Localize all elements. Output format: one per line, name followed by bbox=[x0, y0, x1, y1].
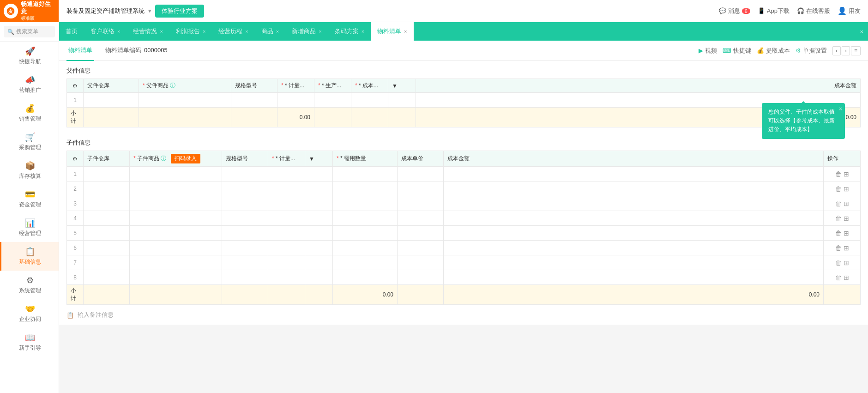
delete-row-button[interactable]: 🗑 bbox=[835, 170, 842, 178]
child-th-settings[interactable]: ⚙ bbox=[67, 151, 84, 167]
tab-newproduct[interactable]: 新增商品 × bbox=[285, 22, 328, 41]
child-row-qty[interactable] bbox=[333, 196, 398, 211]
copy-row-button[interactable]: ⊞ bbox=[844, 215, 849, 222]
delete-row-button[interactable]: 🗑 bbox=[835, 200, 842, 207]
next-page-button[interactable]: › bbox=[842, 46, 850, 55]
parent-th-extra[interactable]: ▼ bbox=[388, 79, 416, 93]
settings-action[interactable]: ⚙ 单据设置 bbox=[796, 47, 827, 55]
shortcut-action[interactable]: ⌨ 快捷键 bbox=[723, 47, 751, 55]
parent-row-spec[interactable] bbox=[231, 93, 277, 108]
child-row-price[interactable] bbox=[398, 181, 444, 196]
child-row-warehouse[interactable] bbox=[84, 181, 130, 196]
sidebar-item-guide[interactable]: 📖 新手引导 bbox=[0, 328, 59, 357]
sidebar-item-inventory[interactable]: 📦 库存核算 bbox=[0, 156, 59, 185]
child-row-spec[interactable] bbox=[222, 196, 268, 211]
child-row-qty[interactable] bbox=[333, 255, 398, 270]
close-all-tabs-button[interactable]: × bbox=[855, 22, 868, 41]
child-row-product[interactable] bbox=[130, 211, 222, 226]
child-row-price[interactable] bbox=[398, 196, 444, 211]
user-button[interactable]: 👤 用友 bbox=[838, 6, 861, 15]
child-row-warehouse[interactable] bbox=[84, 226, 130, 241]
copy-row-button[interactable]: ⊞ bbox=[844, 170, 849, 178]
child-row-unit[interactable] bbox=[268, 167, 305, 181]
sidebar-item-cooperation[interactable]: 🤝 企业协同 bbox=[0, 299, 59, 328]
video-action[interactable]: ▶ 视频 bbox=[699, 47, 717, 55]
child-row-warehouse[interactable] bbox=[84, 270, 130, 285]
child-row-qty[interactable] bbox=[333, 167, 398, 181]
tab-home[interactable]: 首页 bbox=[59, 22, 84, 41]
tab-profit[interactable]: 利润报告 × bbox=[169, 22, 212, 41]
sidebar-item-system[interactable]: ⚙ 系统管理 bbox=[0, 271, 59, 299]
cost-action[interactable]: 💰 提取成本 bbox=[757, 47, 790, 55]
child-row-price[interactable] bbox=[398, 226, 444, 241]
delete-row-button[interactable]: 🗑 bbox=[835, 215, 842, 222]
sidebar-item-purchase[interactable]: 🛒 采购管理 bbox=[0, 127, 59, 156]
copy-row-button[interactable]: ⊞ bbox=[844, 259, 849, 266]
child-row-warehouse[interactable] bbox=[84, 211, 130, 226]
child-row-warehouse[interactable] bbox=[84, 255, 130, 270]
child-row-price[interactable] bbox=[398, 255, 444, 270]
tab-customer[interactable]: 客户联络 × bbox=[84, 22, 127, 41]
child-row-warehouse[interactable] bbox=[84, 241, 130, 255]
child-row-spec[interactable] bbox=[222, 181, 268, 196]
child-row-unit[interactable] bbox=[268, 255, 305, 270]
subtab-bomcode[interactable]: 物料清单编码 0000005 bbox=[103, 41, 169, 61]
delete-row-button[interactable]: 🗑 bbox=[835, 259, 842, 266]
child-row-spec[interactable] bbox=[222, 167, 268, 181]
child-row-unit[interactable] bbox=[268, 226, 305, 241]
child-row-qty[interactable] bbox=[333, 270, 398, 285]
child-row-spec[interactable] bbox=[222, 241, 268, 255]
child-row-warehouse[interactable] bbox=[84, 167, 130, 181]
child-row-spec[interactable] bbox=[222, 211, 268, 226]
child-row-unit[interactable] bbox=[268, 211, 305, 226]
subtab-bomlist[interactable]: 物料清单 bbox=[66, 41, 94, 61]
message-button[interactable]: 💬 消息 6 bbox=[719, 7, 750, 15]
tab-bizhistory-close-icon[interactable]: × bbox=[245, 29, 248, 34]
tab-product[interactable]: 商品 × bbox=[255, 22, 285, 41]
child-row-product[interactable] bbox=[130, 196, 222, 211]
delete-row-button[interactable]: 🗑 bbox=[835, 244, 842, 252]
child-row-unit[interactable] bbox=[268, 196, 305, 211]
prev-page-button[interactable]: ‹ bbox=[832, 46, 841, 55]
child-row-product[interactable] bbox=[130, 241, 222, 255]
app-download-button[interactable]: 📱 App下载 bbox=[758, 7, 790, 15]
parent-row-warehouse[interactable] bbox=[84, 93, 139, 108]
child-row-price[interactable] bbox=[398, 270, 444, 285]
tooltip-close-button[interactable]: × bbox=[839, 105, 842, 114]
parent-th-settings[interactable]: ⚙ bbox=[67, 79, 84, 93]
tab-newproduct-close-icon[interactable]: × bbox=[319, 29, 321, 34]
parent-row-product[interactable] bbox=[139, 93, 231, 108]
child-row-unit[interactable] bbox=[268, 181, 305, 196]
child-row-unit[interactable] bbox=[268, 241, 305, 255]
tab-bomlist[interactable]: 物料清单 × bbox=[371, 22, 413, 41]
scan-input-button[interactable]: 扫码录入 bbox=[171, 154, 200, 163]
child-row-product[interactable] bbox=[130, 270, 222, 285]
child-row-product[interactable] bbox=[130, 167, 222, 181]
copy-row-button[interactable]: ⊞ bbox=[844, 274, 849, 281]
delete-row-button[interactable]: 🗑 bbox=[835, 185, 842, 193]
trial-button[interactable]: 体验行业方案 bbox=[155, 5, 204, 18]
online-service-button[interactable]: 🎧 在线客服 bbox=[797, 7, 830, 15]
tab-bizhistory[interactable]: 经营历程 × bbox=[212, 22, 254, 41]
sidebar-item-basic[interactable]: 📋 基础信息 bbox=[0, 242, 59, 271]
sidebar-item-operations[interactable]: 📊 经营管理 bbox=[0, 213, 59, 242]
child-row-spec[interactable] bbox=[222, 226, 268, 241]
parent-row-cost[interactable] bbox=[351, 93, 388, 108]
child-row-qty[interactable] bbox=[333, 226, 398, 241]
child-row-price[interactable] bbox=[398, 211, 444, 226]
child-row-product[interactable] bbox=[130, 255, 222, 270]
menu-button[interactable]: ≡ bbox=[851, 46, 861, 55]
search-menu-area[interactable]: 🔍 搜索菜单 bbox=[0, 22, 59, 42]
child-th-extra[interactable]: ▼ bbox=[305, 151, 333, 167]
child-row-product[interactable] bbox=[130, 181, 222, 196]
child-row-price[interactable] bbox=[398, 167, 444, 181]
tab-bomlist-close-icon[interactable]: × bbox=[404, 29, 407, 34]
child-row-qty[interactable] bbox=[333, 211, 398, 226]
tab-product-close-icon[interactable]: × bbox=[276, 29, 279, 34]
child-row-product[interactable] bbox=[130, 226, 222, 241]
tab-barcode-close-icon[interactable]: × bbox=[362, 29, 364, 34]
child-row-spec[interactable] bbox=[222, 255, 268, 270]
delete-row-button[interactable]: 🗑 bbox=[835, 230, 842, 237]
copy-row-button[interactable]: ⊞ bbox=[844, 244, 849, 252]
parent-row-unit[interactable] bbox=[277, 93, 314, 108]
